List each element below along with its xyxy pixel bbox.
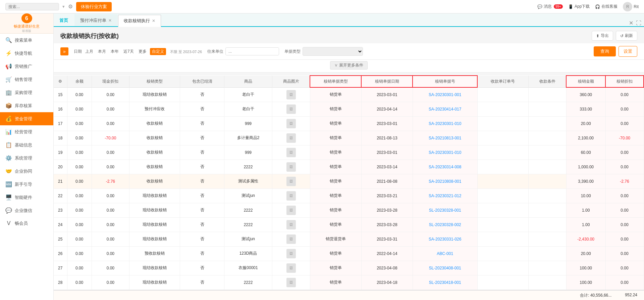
app-download-button[interactable]: 📱 App下载	[568, 4, 590, 9]
cancel-bill-no-link[interactable]: SA-20230414-017	[429, 107, 461, 112]
page-content: 收款核销执行(按收款) ⬆ 导出 ↺ 刷新 » 日期 上月	[54, 27, 644, 300]
col-settings[interactable]: ⚙	[54, 76, 67, 87]
cell-goods: 老白干	[224, 102, 272, 116]
sidebar-item-basic[interactable]: 📋 基础信息	[0, 138, 53, 152]
cell-cancel-bill-no: SA-20230314-008	[413, 160, 477, 174]
sidebar-label-sales: 销售管理	[15, 77, 32, 83]
sidebar-item-corp[interactable]: 🤝 企业协同	[0, 165, 53, 178]
sidebar-item-wechat[interactable]: 💬 企业微信	[0, 204, 53, 217]
sidebar-item-vip[interactable]: V 畅会员	[0, 217, 53, 230]
cancel-bill-no-link[interactable]: SA-20230301-001	[429, 92, 461, 97]
cell-goods: 测试jun	[224, 232, 272, 246]
cell-cancel-type: 现结收款核销	[129, 275, 180, 290]
cancel-bill-no-link[interactable]: SL-20230328-001	[429, 208, 461, 213]
table-row: 19 0.00 0.00 收款核销 否 999 🖼 销货单 2023-03-01…	[54, 145, 644, 160]
cell-include-settled: 否	[180, 116, 224, 131]
cancel-bill-no-link[interactable]: SA-20210808-001	[429, 179, 461, 184]
total-cancel-amount: 合计: 40,556,66...	[580, 293, 611, 298]
message-button[interactable]: 💬 消息 99+	[537, 4, 563, 9]
partner-input[interactable]	[225, 47, 279, 55]
cell-include-settled: 否	[180, 203, 224, 217]
this-year-btn[interactable]: 本年	[109, 48, 120, 55]
cell-cancel-discount: 0.00	[605, 116, 644, 131]
sidebar-item-purchase[interactable]: 🏢 采购管理	[0, 86, 53, 99]
cell-cancel-amount: 333.00	[566, 102, 605, 116]
gear-icon[interactable]: ⚙	[68, 3, 73, 10]
cancel-bill-no-link[interactable]: SA-20230314-008	[429, 165, 461, 169]
search-input[interactable]	[5, 3, 59, 10]
cell-seq: 21	[54, 174, 67, 188]
sidebar-item-shortcut[interactable]: ⚡ 快捷导航	[0, 47, 53, 60]
sidebar-item-guide[interactable]: 🆕 新手引导	[0, 178, 53, 191]
tab-home-label: 首页	[59, 17, 68, 24]
tab-prepay-close[interactable]: ✕	[108, 18, 112, 23]
cell-cancel-amount: 100.00	[566, 261, 605, 275]
cancel-bill-no-link[interactable]: SL-20230408-001	[429, 266, 461, 270]
service-button[interactable]: 🎧 在线客服	[595, 4, 618, 9]
col-receipt-order-no: 收款单订单号	[477, 76, 528, 87]
col-include-settled: 包含已结清	[180, 76, 224, 87]
sidebar-label-corp: 企业协同	[15, 168, 32, 174]
table-row: 26 0.00 0.00 预收款核销 否 123D商品 🖼 销货单 2022-0…	[54, 246, 644, 261]
tab-receipts[interactable]: 收款核销执行 ✕	[118, 15, 161, 27]
query-button[interactable]: 查询	[594, 46, 616, 56]
avatar: R	[623, 2, 632, 11]
sidebar-item-system[interactable]: ⚙️ 系统管理	[0, 152, 53, 165]
tab-actions: ✕ ⛶	[629, 20, 644, 26]
cancel-bill-no-link[interactable]: SA-20230301-010	[429, 150, 461, 155]
cell-goods-img: 🖼	[272, 174, 310, 188]
this-month-btn[interactable]: 本月	[97, 48, 107, 55]
cell-goods: 衣服00001	[224, 261, 272, 275]
refresh-button[interactable]: ↺ 刷新	[616, 31, 637, 41]
cell-receipt-cond	[528, 217, 566, 232]
sidebar-item-sales[interactable]: 🛒 销售管理	[0, 73, 53, 86]
cancel-bill-no-link[interactable]: SL-20230328-002	[429, 222, 461, 227]
sidebar-item-inventory[interactable]: 📦 库存核算	[0, 99, 53, 112]
cell-cancel-discount: 0.00	[605, 232, 644, 246]
export-button[interactable]: ⬆ 导出	[592, 31, 613, 41]
marketing-icon: 📢	[5, 63, 12, 70]
industry-button[interactable]: 休验行业方案	[76, 2, 112, 11]
cell-cancel-bill-no: SA-20230414-017	[413, 102, 477, 116]
tab-prepay[interactable]: 预付冲应付单 ✕	[74, 14, 117, 26]
cancel-bill-no-link[interactable]: SA-20230321-012	[429, 194, 461, 198]
sidebar-item-search[interactable]: 🔍 搜索菜单	[0, 34, 53, 47]
cancel-bill-no-link[interactable]: SA-20230331-026	[429, 237, 461, 242]
cell-cash-discount: 0.00	[92, 261, 129, 275]
cell-cancel-discount: 0.00	[605, 261, 644, 275]
user-menu[interactable]: R Rit	[623, 2, 639, 11]
cancel-bill-no-link[interactable]: SA-20210813-001	[429, 136, 461, 140]
tab-receipts-close[interactable]: ✕	[152, 18, 155, 23]
sidebar-item-finance[interactable]: 💰 资金管理	[0, 112, 53, 125]
sidebar-item-operations[interactable]: 📊 经营管理	[0, 125, 53, 138]
last-month-btn[interactable]: 上月	[84, 48, 95, 55]
cancel-bill-no-link[interactable]: ABC-001	[437, 251, 453, 256]
refresh-icon: ↺	[620, 34, 624, 38]
filter-expand-button[interactable]: »	[60, 47, 68, 55]
tab-expand-icon[interactable]: ⛶	[636, 20, 641, 26]
more-btn[interactable]: 更多	[137, 48, 148, 55]
custom-btn[interactable]: 自定义	[150, 48, 166, 55]
cancel-bill-no-link[interactable]: SA-20230301-010	[429, 121, 461, 126]
cell-cancel-type: 现结收款核销	[129, 87, 180, 102]
tab-close-icon[interactable]: ✕	[629, 20, 633, 26]
cell-receipt-cond	[528, 102, 566, 116]
expand-more-button[interactable]: ∨ 展开更多条件	[330, 61, 367, 70]
cell-seq: 23	[54, 203, 67, 217]
table-row: 27 0.00 0.00 现结收款核销 否 衣服00001 🖼 销货单 2023…	[54, 261, 644, 275]
cell-cancel-bill-type: 销货单	[310, 160, 361, 174]
cancel-bill-no-link[interactable]: SL-20230418-001	[429, 280, 461, 285]
tab-home[interactable]: 首页	[54, 14, 74, 26]
cell-cash-discount: -2.76	[92, 174, 129, 188]
cell-receipt-cond	[528, 188, 566, 203]
cell-cancel-bill-date: 2023-03-14	[361, 160, 413, 174]
table-container[interactable]: ⚙ 余额 现金折扣 核销类型 包含已结清 商品 商品图片 核销单据类型 核销单据…	[54, 75, 644, 300]
sidebar-item-marketing[interactable]: 📢 营销推广	[0, 60, 53, 73]
cell-cancel-bill-date: 2023-03-28	[361, 203, 413, 217]
setting-button[interactable]: 设置	[619, 46, 637, 57]
cell-cancel-type: 现结收款核销	[129, 188, 180, 203]
bill-type-select[interactable]	[303, 47, 363, 56]
sidebar-item-hardware[interactable]: 🖥️ 智能硬件	[0, 191, 53, 204]
last7-btn[interactable]: 近7天	[122, 48, 135, 55]
page-title: 收款核销执行(按收款)	[60, 32, 119, 40]
